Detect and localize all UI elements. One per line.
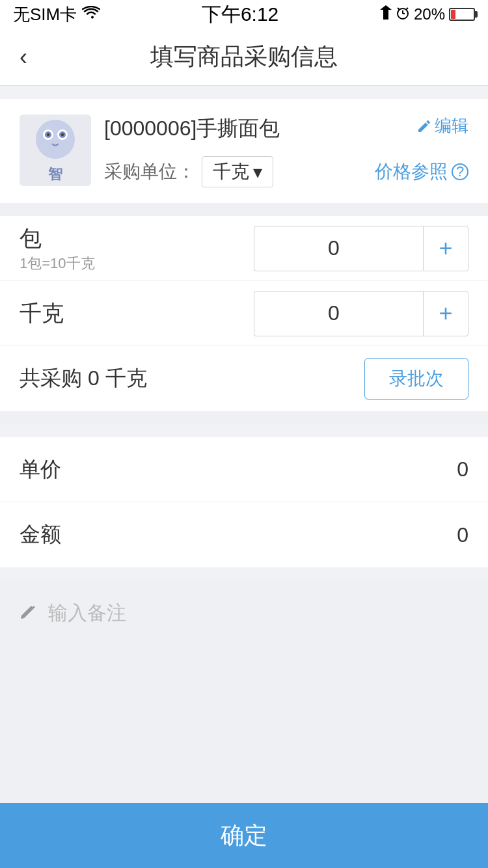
edit-button[interactable]: 编辑 bbox=[416, 115, 468, 137]
kg-label: 千克 bbox=[20, 299, 124, 329]
battery-icon bbox=[449, 8, 475, 21]
summary-text: 共采购 0 千克 bbox=[20, 364, 147, 393]
amount-row: 金额 0 bbox=[0, 502, 488, 567]
kg-input-row: 千克 + bbox=[0, 281, 488, 346]
bag-sub-label: 1包=10千克 bbox=[20, 254, 124, 273]
nav-bar: ‹ 填写商品采购信息 bbox=[0, 29, 488, 86]
status-bar: 无SIM卡 下午6:12 20% bbox=[0, 0, 488, 29]
confirm-bar[interactable]: 确定 bbox=[0, 803, 488, 868]
remark-placeholder[interactable]: 输入备注 bbox=[48, 600, 126, 627]
product-name: [0000006]手撕面包 bbox=[104, 115, 280, 143]
product-logo: 智 bbox=[48, 165, 62, 184]
input-section: 包 1包=10千克 + 千克 + bbox=[0, 216, 488, 346]
pencil-icon bbox=[20, 602, 38, 625]
svg-line-3 bbox=[398, 8, 400, 10]
product-card: 智 [0000006]手撕面包 编辑 采购单位： 千克 ▾ 价格参照 ? bbox=[0, 99, 488, 203]
product-image: 智 bbox=[20, 115, 91, 186]
unit-price-value: 0 bbox=[457, 457, 468, 481]
summary-row: 共采购 0 千克 录批次 bbox=[0, 346, 488, 411]
confirm-button[interactable]: 确定 bbox=[221, 820, 267, 852]
detail-section: 单价 0 金额 0 bbox=[0, 437, 488, 567]
battery-percentage: 20% bbox=[414, 5, 445, 23]
unit-price-label: 单价 bbox=[20, 455, 61, 484]
remark-section[interactable]: 输入备注 bbox=[0, 580, 488, 645]
wifi-icon bbox=[82, 5, 100, 25]
status-time: 下午6:12 bbox=[202, 1, 278, 28]
location-icon bbox=[380, 5, 392, 23]
dropdown-icon: ▾ bbox=[253, 161, 262, 183]
unit-price-row: 单价 0 bbox=[0, 437, 488, 502]
svg-point-11 bbox=[61, 133, 64, 136]
status-right: 20% bbox=[380, 5, 475, 23]
divider-2 bbox=[0, 411, 488, 424]
amount-value: 0 bbox=[457, 523, 468, 547]
bag-plus-button[interactable]: + bbox=[423, 226, 468, 271]
help-icon: ? bbox=[452, 163, 468, 180]
bag-label: 包 bbox=[20, 224, 124, 254]
kg-plus-button[interactable]: + bbox=[423, 291, 468, 336]
carrier-label: 无SIM卡 bbox=[13, 3, 77, 26]
svg-point-5 bbox=[36, 120, 75, 159]
unit-select[interactable]: 千克 ▾ bbox=[202, 156, 273, 187]
svg-point-10 bbox=[47, 133, 49, 136]
alarm-icon bbox=[396, 5, 410, 23]
batch-button[interactable]: 录批次 bbox=[364, 358, 468, 400]
kg-quantity-input[interactable] bbox=[254, 291, 423, 336]
back-button[interactable]: ‹ bbox=[20, 44, 27, 71]
product-info: [0000006]手撕面包 编辑 采购单位： 千克 ▾ 价格参照 ? bbox=[104, 115, 468, 187]
unit-label: 采购单位： bbox=[104, 159, 195, 184]
page-title: 填写商品采购信息 bbox=[150, 41, 338, 73]
price-ref-button[interactable]: 价格参照 ? bbox=[375, 159, 468, 184]
divider-1 bbox=[0, 203, 488, 216]
bag-input-row: 包 1包=10千克 + bbox=[0, 216, 488, 281]
bag-quantity-input[interactable] bbox=[254, 226, 423, 271]
amount-label: 金额 bbox=[20, 521, 61, 549]
svg-line-4 bbox=[406, 8, 408, 10]
status-left: 无SIM卡 bbox=[13, 3, 100, 26]
